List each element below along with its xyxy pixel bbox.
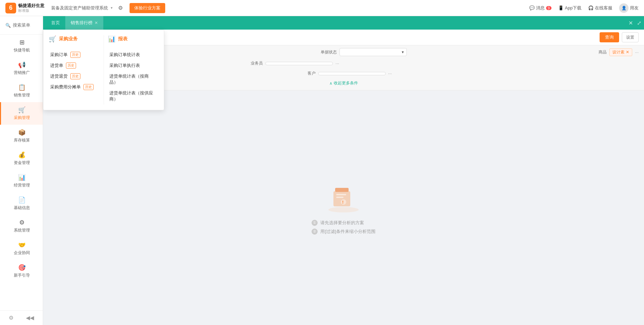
settings-icon[interactable]: ⚙ (118, 5, 123, 11)
sidebar-item-marketing[interactable]: 📢 营销推广 (0, 57, 43, 80)
menu-item-return[interactable]: 进货退货 历史 (49, 71, 100, 82)
tab-home-label: 首页 (51, 20, 60, 26)
online-service-button[interactable]: 🎧 在线客服 (588, 5, 612, 11)
purchase-dropdown: 🛒 采购业务 采购订单 历史 进货单 历史 进货退货 历史 采购费用分摊单 历史… (43, 30, 164, 110)
logo-icon: 6 (5, 3, 16, 13)
staff-more-btn[interactable]: ··· (335, 61, 339, 66)
sidebar: 🔍 搜索菜单 ⊞ 快捷导航 📢 营销推广 📋 销售管理 🛒 (0, 16, 43, 325)
search-menu-button[interactable]: 🔍 搜索菜单 (3, 20, 40, 30)
empty-step-1: ① 请先选择要分析的方案 (312, 220, 375, 226)
menu-item-purchase-order[interactable]: 采购订单 历史 (49, 49, 100, 60)
quick-nav-icon: ⊞ (20, 39, 25, 46)
tab-sales-ranking[interactable]: 销售排行榜 ✕ (65, 16, 103, 30)
top-bar: 6 畅捷通好生意 标准版 装备及固定资产辅助管理系统 ▾ ⚙ 体验行业方案 💬 … (0, 0, 644, 16)
purchase-icon: 🛒 (18, 106, 26, 114)
logo-char: 6 (9, 4, 12, 11)
empty-step-2: ② 用[过滤]条件来缩小分析范围 (312, 229, 375, 235)
svg-rect-4 (336, 197, 344, 198)
sidebar-item-finance[interactable]: 💰 资金管理 (0, 147, 43, 170)
status-select[interactable]: ▾ (339, 48, 407, 56)
basic-info-icon: 📄 (18, 196, 26, 204)
sidebar-item-guide[interactable]: 🎯 新手引导 (0, 260, 43, 282)
goods-more-btn[interactable]: ··· (635, 50, 639, 55)
sidebar-item-operations[interactable]: 📊 经营管理 (0, 170, 43, 192)
system-dropdown-arrow[interactable]: ▾ (111, 6, 113, 10)
customer-select[interactable] (318, 72, 386, 75)
sidebar-collapse-btn[interactable]: ◀◀ (26, 315, 34, 321)
operations-icon: 📊 (18, 174, 26, 181)
empty-text-area: ① 请先选择要分析的方案 ② 用[过滤]条件来缩小分析范围 (312, 220, 375, 235)
collapse-label: 收起更多条件 (334, 80, 358, 86)
sidebar-item-collab[interactable]: 🤝 企业协同 (0, 237, 43, 260)
sidebar-item-quick-nav[interactable]: ⊞ 快捷导航 (0, 35, 43, 57)
purchase-section-title: 🛒 采购业务 (49, 35, 100, 45)
sales-icon: 📋 (18, 84, 26, 91)
step-num-1: ① (312, 220, 318, 226)
user-avatar: 👤 (619, 3, 629, 13)
sidebar-item-label: 系统管理 (14, 228, 30, 233)
svg-point-0 (328, 207, 359, 212)
purchase-order-badge: 历史 (70, 52, 80, 58)
sidebar-footer: ⚙ ◀◀ (0, 310, 43, 325)
menu-item-inbound-stats-supplier[interactable]: 进货单统计表（按供应商） (108, 88, 159, 105)
sidebar-item-label: 基础信息 (14, 205, 30, 211)
purchase-section-icon: 🛒 (49, 35, 56, 43)
purchase-title-text: 采购业务 (59, 36, 78, 42)
user-menu[interactable]: 👤 用友 (619, 3, 639, 13)
menu-item-inbound[interactable]: 进货单 历史 (49, 60, 100, 71)
sidebar-settings-btn[interactable]: ⚙ (9, 315, 13, 321)
staff-select[interactable] (265, 62, 333, 65)
svg-rect-3 (336, 194, 346, 195)
tab-bar: 首页 销售排行榜 ✕ ✕ ⤢ (43, 16, 644, 30)
settings-button[interactable]: 设置 (622, 32, 639, 42)
goods-tag-close[interactable]: ✕ (626, 50, 629, 54)
menu-item-order-exec[interactable]: 采购订单执行表 (108, 60, 159, 71)
system-icon: ⚙ (19, 219, 25, 226)
sidebar-nav: ⊞ 快捷导航 📢 营销推广 📋 销售管理 🛒 采购管理 📦 库存核算 (0, 35, 43, 310)
menu-item-label: 进货单统计表（按供应商） (109, 90, 157, 102)
app-download-button[interactable]: 📱 App下载 (558, 5, 581, 11)
tab-maximize-btn[interactable]: ⤢ (637, 20, 641, 26)
inventory-icon: 📦 (18, 129, 26, 136)
customer-more-btn[interactable]: ··· (388, 71, 392, 76)
sidebar-item-system[interactable]: ⚙ 系统管理 (0, 215, 43, 237)
message-button[interactable]: 💬 消息 9 (529, 5, 551, 11)
query-button[interactable]: 查询 (600, 32, 619, 42)
collapse-button[interactable]: ∧ 收起更多条件 (329, 80, 358, 86)
sidebar-item-label: 销售管理 (14, 92, 30, 98)
menu-item-expense[interactable]: 采购费用分摊单 历史 (49, 82, 100, 92)
tab-restore-btn[interactable]: ✕ (629, 20, 633, 26)
trial-button[interactable]: 体验行业方案 (130, 3, 165, 13)
sidebar-item-label: 经营管理 (14, 182, 30, 188)
goods-filter: 商品 设计素 ✕ ··· (586, 48, 639, 56)
collapse-arrow: ∧ (329, 81, 332, 86)
staff-filter: 业务员 ··· (243, 60, 339, 66)
message-icon: 💬 (529, 5, 535, 10)
sidebar-item-sales[interactable]: 📋 销售管理 (0, 80, 43, 102)
sidebar-item-label: 资金管理 (14, 160, 30, 166)
svg-rect-1 (333, 191, 350, 206)
menu-item-inbound-stats-goods[interactable]: 进货单统计表（按商品） (108, 71, 159, 88)
empty-illustration: ! (323, 181, 364, 216)
sidebar-item-purchase[interactable]: 🛒 采购管理 (0, 102, 43, 125)
purchase-section: 🛒 采购业务 采购订单 历史 进货单 历史 进货退货 历史 采购费用分摊单 历史 (49, 35, 100, 105)
system-title: 装备及固定资产辅助管理系统 ▾ ⚙ 体验行业方案 (51, 3, 165, 13)
report-section-icon: 📊 (108, 35, 115, 43)
sidebar-item-basic-info[interactable]: 📄 基础信息 (0, 192, 43, 215)
svg-point-5 (341, 199, 346, 205)
sidebar-item-label: 库存核算 (14, 137, 30, 143)
tab-close-btn[interactable]: ✕ (95, 21, 98, 25)
user-label: 用友 (630, 5, 639, 11)
menu-item-order-stats[interactable]: 采购订单统计表 (108, 49, 159, 60)
sidebar-item-inventory[interactable]: 📦 库存核算 (0, 125, 43, 147)
empty-svg: ! (323, 181, 364, 215)
menu-item-label: 进货单统计表（按商品） (109, 73, 157, 85)
tab-home[interactable]: 首页 (46, 16, 65, 30)
message-badge: 9 (546, 6, 551, 10)
customer-label: 客户 (295, 71, 316, 76)
step-num-2: ② (312, 229, 318, 235)
marketing-icon: 📢 (18, 61, 26, 69)
tab-actions: ✕ ⤢ (629, 20, 641, 26)
message-label: 消息 (536, 5, 545, 11)
menu-item-label: 采购订单统计表 (109, 52, 140, 58)
